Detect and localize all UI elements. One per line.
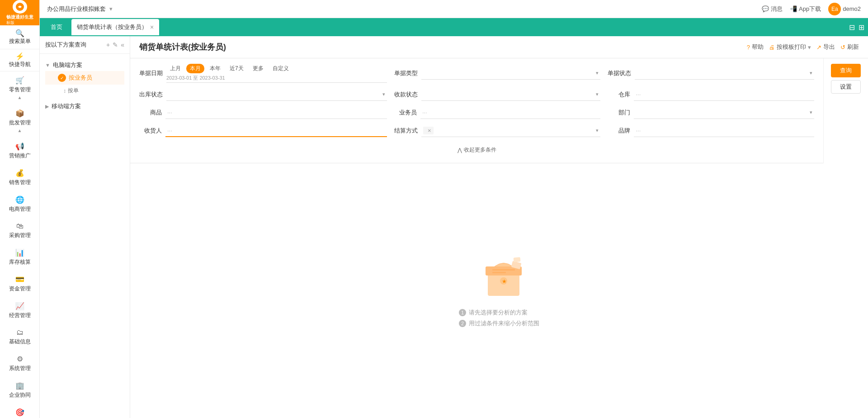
date-tab-custom[interactable]: 自定义 bbox=[269, 64, 292, 73]
refresh-btn[interactable]: ↺ 刷新 bbox=[840, 43, 859, 51]
out-status-input[interactable]: ▾ bbox=[166, 88, 387, 101]
mobile-group-collapse-icon: ▶ bbox=[45, 104, 49, 109]
filter-row-3: 商品 ··· 业务员 ··· bbox=[139, 106, 814, 119]
doc-status-input[interactable]: ▾ bbox=[635, 67, 814, 80]
dept-dropdown-icon: ▾ bbox=[810, 109, 812, 115]
empty-hint-1: 请先选择要分析的方案 bbox=[459, 307, 539, 318]
sidebar-item-wholesale[interactable]: 📦 批发管理 ▲ bbox=[0, 104, 39, 138]
sidebar-item-new-guide[interactable]: 🎯 新手引导 bbox=[0, 404, 39, 418]
collapse-btn[interactable]: ⋀ 收起更多条件 bbox=[458, 146, 496, 154]
out-status-label: 出库状态 bbox=[139, 90, 163, 99]
date-tab-prev-month[interactable]: 上月 bbox=[166, 64, 184, 73]
filter-warehouse-field: 仓库 ··· bbox=[608, 88, 814, 101]
industry-dropdown-icon[interactable]: ▾ bbox=[109, 5, 113, 12]
tab-active[interactable]: 销货单统计表（按业务员） × bbox=[71, 19, 159, 35]
sidebar-item-ecommerce[interactable]: 🌐 电商管理 bbox=[0, 191, 39, 218]
filter-fields-area: 单据日期 上月 本月 本年 近7天 更多 自定义 bbox=[130, 58, 823, 163]
sidebar-item-system[interactable]: ⚙ 系统管理 bbox=[0, 350, 39, 377]
salesman-input[interactable]: ··· bbox=[420, 106, 601, 119]
header-right: 💬 消息 📲 App下载 Ea demo2 bbox=[762, 3, 861, 15]
setting-btn[interactable]: 设置 bbox=[831, 80, 861, 94]
tab-bar-actions: ⊟ ⊞ bbox=[849, 23, 864, 32]
right-panel: 销货单统计表(按业务员) ? 帮助 🖨 按模板打印 ▾ ↗ 导出 bbox=[130, 36, 868, 418]
template-print-btn[interactable]: 🖨 按模板打印 ▾ bbox=[769, 43, 811, 51]
date-label: 单据日期 bbox=[139, 69, 163, 77]
message-icon: 💬 bbox=[762, 5, 769, 12]
desktop-group-title[interactable]: ▼ 电脑端方案 bbox=[45, 59, 124, 71]
receiver-input[interactable]: ··· bbox=[165, 124, 387, 137]
export-btn[interactable]: ↗ 导出 bbox=[816, 43, 835, 51]
app-download-btn[interactable]: 📲 App下载 bbox=[790, 5, 821, 13]
sidebar-quick-nav[interactable]: ⚡ 快捷导航 bbox=[0, 49, 39, 71]
filter-area: 单据日期 上月 本月 本年 近7天 更多 自定义 bbox=[130, 58, 823, 163]
doc-status-dropdown-icon: ▾ bbox=[810, 70, 812, 76]
sidebar-item-basic[interactable]: 🗂 基础信息 bbox=[0, 324, 39, 350]
sidebar-item-inventory[interactable]: 📊 库存核算 bbox=[0, 244, 39, 271]
add-scheme-btn[interactable]: + bbox=[106, 41, 110, 48]
sidebar-logo: 畅捷通好生意标版 bbox=[0, 0, 40, 25]
dept-input[interactable]: ▾ bbox=[634, 106, 814, 119]
group-collapse-icon: ▼ bbox=[45, 62, 50, 68]
receive-status-input[interactable]: ▾ bbox=[421, 88, 601, 101]
sidebar-item-enterprise[interactable]: 🏢 企业协同 bbox=[0, 377, 39, 404]
scheme-subitem-order[interactable]: ↕ 按单 bbox=[45, 85, 124, 97]
user-info[interactable]: Ea demo2 bbox=[828, 3, 861, 15]
date-tab-more[interactable]: 更多 bbox=[249, 64, 267, 73]
query-btn[interactable]: 查询 bbox=[831, 64, 861, 77]
tab-close-btn[interactable]: × bbox=[150, 24, 154, 31]
print-dropdown-icon[interactable]: ▾ bbox=[808, 44, 811, 51]
message-btn[interactable]: 💬 消息 bbox=[762, 5, 783, 13]
settle-input[interactable]: × ▾ bbox=[421, 124, 601, 137]
mobile-group[interactable]: ▶ 移动端方案 bbox=[40, 100, 130, 113]
left-panel-title: 按以下方案查询 bbox=[45, 41, 86, 49]
date-tab-cur-year[interactable]: 本年 bbox=[206, 64, 224, 73]
salesman-dots: ··· bbox=[422, 109, 427, 116]
goods-dots: ··· bbox=[167, 109, 172, 116]
warehouse-input[interactable]: ··· bbox=[634, 88, 814, 101]
collapse-bar: ⋀ 收起更多条件 bbox=[139, 142, 814, 157]
basic-icon: 🗂 bbox=[16, 328, 24, 337]
sidebar-item-finance[interactable]: 💳 资金管理 bbox=[0, 271, 39, 297]
edit-scheme-btn[interactable]: ✎ bbox=[113, 41, 118, 48]
sidebar-item-operations[interactable]: 📈 经营管理 bbox=[0, 297, 39, 324]
tab-home[interactable]: 首页 bbox=[43, 18, 70, 36]
date-tab-cur-month[interactable]: 本月 bbox=[186, 64, 204, 73]
empty-state: ★ 请先选择要分析的方案 用过滤条件来缩小分析范围 bbox=[130, 163, 868, 418]
out-status-dropdown-icon: ▾ bbox=[382, 91, 385, 97]
receiver-label: 收货人 bbox=[139, 127, 162, 135]
tab-minimize-btn[interactable]: ⊟ bbox=[849, 23, 855, 32]
left-panel-header: 按以下方案查询 + ✎ « bbox=[40, 36, 130, 54]
finance-icon: 💳 bbox=[15, 275, 24, 284]
wholesale-icon: 📦 bbox=[15, 109, 24, 118]
filter-doc-status-field: 单据状态 ▾ bbox=[608, 67, 814, 80]
goods-input[interactable]: ··· bbox=[165, 106, 387, 119]
guide-icon: 🎯 bbox=[15, 408, 24, 417]
help-btn[interactable]: ? 帮助 bbox=[747, 43, 764, 51]
tab-bar: 首页 销货单统计表（按业务员） × ⊟ ⊞ bbox=[40, 18, 868, 36]
collapse-panel-btn[interactable]: « bbox=[121, 41, 124, 48]
tab-maximize-btn[interactable]: ⊞ bbox=[859, 23, 864, 32]
empty-illustration: ★ bbox=[476, 253, 522, 298]
filter-out-status-field: 出库状态 ▾ bbox=[139, 88, 387, 101]
svg-rect-3 bbox=[492, 269, 515, 271]
sidebar-item-sales[interactable]: 💰 销售管理 bbox=[0, 164, 39, 191]
marketing-icon: 📢 bbox=[15, 142, 24, 151]
sidebar-item-marketing[interactable]: 📢 营销推广 bbox=[0, 138, 39, 164]
date-tab-7days[interactable]: 近7天 bbox=[226, 64, 247, 73]
sidebar-item-purchase[interactable]: 🛍 采购管理 bbox=[0, 218, 39, 244]
receive-status-dropdown-icon: ▾ bbox=[596, 91, 599, 97]
purchase-icon: 🛍 bbox=[16, 222, 24, 230]
filter-settle-field: 结算方式 × ▾ bbox=[394, 124, 601, 137]
date-tabs: 上月 本月 本年 近7天 更多 自定义 bbox=[166, 64, 387, 73]
refresh-icon: ↺ bbox=[840, 44, 845, 51]
settle-tag-close[interactable]: × bbox=[428, 127, 431, 134]
active-scheme-dot: ✓ bbox=[58, 74, 66, 82]
date-range-display: 2023-03-01 至 2023-03-31 bbox=[166, 75, 387, 83]
scheme-item-salesman[interactable]: ✓ 按业务员 bbox=[45, 71, 124, 85]
doc-type-input[interactable]: ▾ bbox=[421, 67, 601, 80]
desktop-group: ▼ 电脑端方案 ✓ 按业务员 ↕ 按单 bbox=[40, 57, 130, 100]
operations-icon: 📈 bbox=[15, 302, 24, 310]
brand-input[interactable]: ··· bbox=[634, 124, 814, 137]
sidebar-item-retail[interactable]: 🛒 零售管理 ▲ bbox=[0, 71, 39, 104]
sidebar-search[interactable]: 🔍 搜索菜单 bbox=[0, 25, 39, 49]
